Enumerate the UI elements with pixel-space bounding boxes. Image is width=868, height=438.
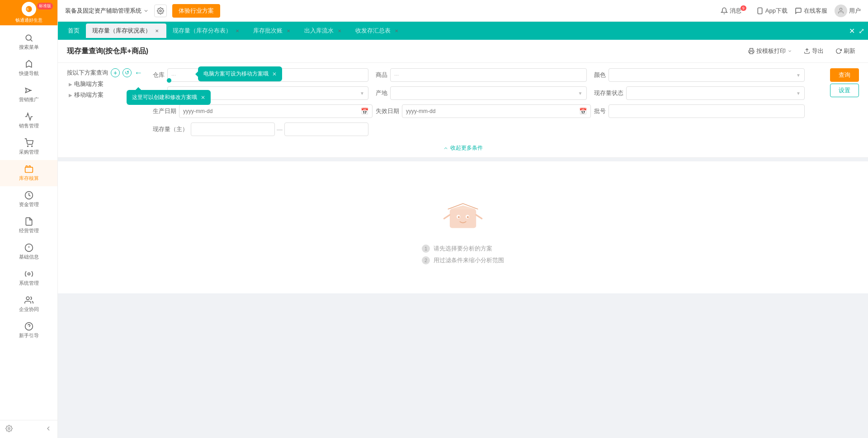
- svg-rect-24: [450, 209, 476, 228]
- sidebar-item-finance[interactable]: 资金管理: [0, 186, 57, 212]
- system-selector[interactable]: 装备及固定资产辅助管理系统: [65, 7, 149, 15]
- sidebar-item-basic[interactable]: 基础信息: [0, 239, 57, 265]
- online-service-item[interactable]: 在线客服: [795, 7, 827, 15]
- production-date-field: 生产日期 📅: [153, 104, 368, 118]
- stock-main-to[interactable]: [284, 122, 368, 136]
- empty-illustration: [440, 188, 486, 234]
- tab-close-batch[interactable]: ✕: [285, 28, 292, 34]
- tooltip1-close[interactable]: ✕: [272, 71, 277, 77]
- tab-close-dist[interactable]: ✕: [234, 28, 241, 34]
- sidebar-item-marketing[interactable]: 营销推广: [0, 81, 57, 108]
- collapse-btn[interactable]: 收起更多条件: [67, 141, 859, 154]
- tab-home-label: 首页: [68, 27, 80, 35]
- color-select[interactable]: ▼: [609, 68, 805, 82]
- user-item[interactable]: 用户: [835, 5, 861, 17]
- svg-point-28: [467, 216, 469, 218]
- solution-button[interactable]: 体验行业方案: [172, 4, 220, 18]
- tab-close-all-icon[interactable]: ✕: [849, 27, 855, 35]
- sidebar-settings-icon[interactable]: [5, 425, 13, 433]
- stock-main-from[interactable]: [191, 122, 275, 136]
- stock-status-label: 现存量状态: [594, 89, 623, 97]
- sidebar-item-management[interactable]: 经营管理: [0, 212, 57, 239]
- tab-summary[interactable]: 收发存汇总表 ✕: [349, 24, 406, 38]
- sidebar-item-system[interactable]: 系统管理: [0, 265, 57, 291]
- svg-line-3: [30, 40, 32, 42]
- sidebar-logo: 6 畅通通好生意 标准版: [0, 0, 57, 25]
- print-button[interactable]: 按模板打印: [745, 45, 796, 57]
- production-date-input[interactable]: [179, 104, 373, 118]
- sidebar-label-purchase: 采购管理: [19, 149, 39, 155]
- sidebar-item-nav[interactable]: 快捷导航: [0, 55, 57, 81]
- tooltip-2: 这里可以创建和修改方案哦 ✕: [127, 90, 211, 105]
- empty-state: 1 请先选择要分析的方案 2 用过滤条件来缩小分析范围: [58, 161, 868, 293]
- tab-home[interactable]: 首页: [61, 24, 86, 38]
- page-title: 现存量查询(按仓库+商品): [67, 47, 148, 56]
- batch-no-input[interactable]: [609, 104, 805, 118]
- search-button[interactable]: 查询: [830, 68, 859, 82]
- tooltip2-close[interactable]: ✕: [201, 94, 205, 101]
- filter-label-text: 按以下方案查询: [67, 69, 108, 77]
- export-button[interactable]: 导出: [800, 45, 827, 57]
- sidebar-label-inventory: 库存核算: [19, 175, 39, 182]
- sidebar-label-marketing: 营销推广: [19, 96, 39, 103]
- sidebar-item-guide[interactable]: 新手引导: [0, 317, 57, 344]
- production-date-calendar-icon[interactable]: 📅: [361, 108, 368, 115]
- filter-area: 按以下方案查询 + ↺ ← ▶ 电脑端方案: [58, 63, 868, 158]
- svg-point-17: [8, 428, 10, 429]
- tab-close-summary[interactable]: ✕: [393, 28, 400, 34]
- tab-close-flow[interactable]: ✕: [336, 28, 343, 34]
- notification-item[interactable]: 消息 9: [721, 7, 749, 15]
- sidebar-item-inventory[interactable]: 库存核算: [0, 160, 57, 186]
- tab-flow[interactable]: 出入库流水 ✕: [298, 24, 349, 38]
- app-name: 畅通通好生意: [15, 17, 42, 24]
- batch-no-label: 批号: [594, 107, 606, 115]
- add-scheme-btn[interactable]: +: [111, 68, 120, 77]
- top-header: 装备及固定资产辅助管理系统 体验行业方案 消息 9 App下载 在线客服: [58, 0, 868, 22]
- indicator-dot: [167, 78, 171, 83]
- sidebar-item-sales[interactable]: 销售管理: [0, 108, 57, 134]
- filter-actions: 查询 设置: [830, 68, 859, 97]
- sidebar-item-purchase[interactable]: 采购管理: [0, 134, 57, 160]
- expiry-date-field: 失效日期 📅: [376, 104, 587, 118]
- empty-hint1: 请先选择要分析的方案: [434, 243, 492, 254]
- refresh-button[interactable]: 刷新: [832, 45, 859, 57]
- sidebar-item-search[interactable]: 搜索菜单: [0, 29, 57, 55]
- gear-button[interactable]: [154, 5, 167, 17]
- sidebar-collapse-icon[interactable]: [45, 425, 52, 433]
- color-label: 颜色: [594, 71, 606, 79]
- expiry-date-calendar-icon[interactable]: 📅: [579, 108, 587, 115]
- back-btn[interactable]: ←: [134, 69, 142, 77]
- stock-status-select[interactable]: ▼: [626, 86, 805, 100]
- stock-main-label: 现存量（主）: [153, 125, 188, 133]
- app-download-label: App下载: [765, 7, 788, 15]
- app-download-item[interactable]: App下载: [756, 7, 788, 15]
- tab-inventory-distribution[interactable]: 现存量（库存分布表） ✕: [166, 24, 247, 38]
- sidebar-label-system: 系统管理: [19, 280, 39, 287]
- refresh-scheme-btn[interactable]: ↺: [123, 68, 132, 77]
- tab-batch-label: 库存批次账: [253, 27, 283, 35]
- tab-fullscreen-icon[interactable]: ⤢: [859, 27, 864, 35]
- tab-close-inventory-status[interactable]: ✕: [154, 28, 160, 34]
- tab-inventory-status-label: 现存量（库存状况表）: [92, 27, 151, 35]
- svg-point-14: [26, 297, 29, 300]
- batch-no-field: 批号: [594, 104, 805, 118]
- expiry-date-label: 失效日期: [376, 107, 399, 115]
- notif-label: 消息: [730, 7, 741, 15]
- tab-inventory-status[interactable]: 现存量（库存状况表） ✕: [86, 24, 166, 38]
- stock-status-field: 现存量状态 ▼: [594, 86, 805, 100]
- header-left: 装备及固定资产辅助管理系统 体验行业方案: [65, 4, 220, 18]
- print-label: 按模板打印: [756, 47, 786, 55]
- reset-button[interactable]: 设置: [830, 84, 859, 97]
- refresh-label: 刷新: [844, 47, 855, 55]
- sidebar-label-enterprise: 企业协同: [19, 306, 39, 313]
- sidebar-label-management: 经营管理: [19, 227, 39, 234]
- product-select[interactable]: ···: [390, 68, 587, 82]
- tab-bar: 首页 现存量（库存状况表） ✕ 现存量（库存分布表） ✕ 库存批次账 ✕ 出入库…: [58, 22, 868, 40]
- origin-field: 产地 ▼: [376, 86, 587, 100]
- expiry-date-input[interactable]: [402, 104, 591, 118]
- sidebar-item-enterprise[interactable]: 企业协同: [0, 291, 57, 317]
- svg-point-27: [458, 216, 460, 218]
- tab-batch[interactable]: 库存批次账 ✕: [247, 24, 298, 38]
- empty-steps: 1 请先选择要分析的方案 2 用过滤条件来缩小分析范围: [422, 243, 504, 266]
- origin-select[interactable]: ▼: [390, 86, 587, 100]
